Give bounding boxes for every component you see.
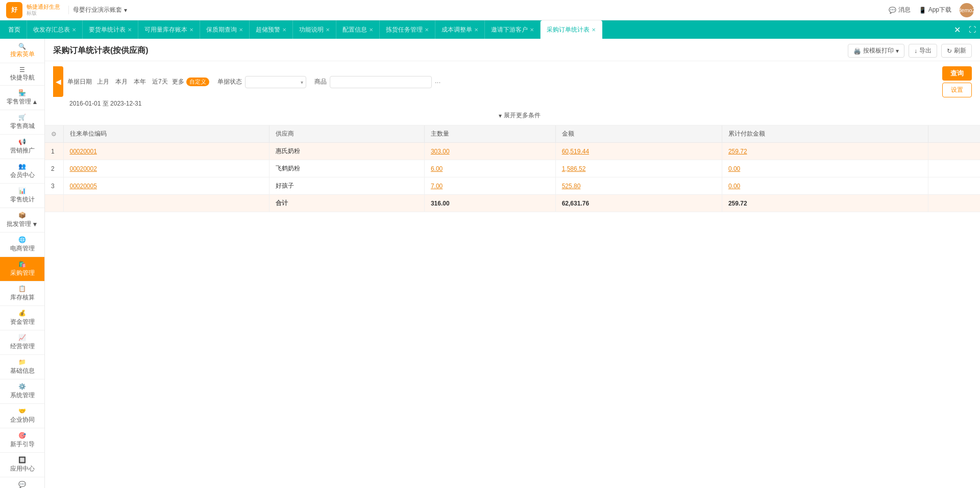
goods-filter-group: 商品 ···	[314, 76, 441, 88]
date-option-more[interactable]: 更多	[172, 78, 184, 86]
row-amount: 60,519.44	[555, 143, 722, 160]
goods-label: 商品	[314, 78, 327, 86]
tab-purchase-stats[interactable]: 采购订单统计表 ✕	[541, 20, 602, 39]
close-icon[interactable]: ✕	[128, 27, 132, 33]
export-btn[interactable]: ↓ 导出	[909, 44, 937, 58]
guide-icon: 🎯	[18, 432, 26, 439]
page-title: 采购订单统计表(按供应商)	[53, 45, 149, 56]
logo-icon: 好	[6, 2, 22, 18]
tab-overstock-warning[interactable]: 超储预警 ✕	[250, 20, 293, 39]
sidebar-item-retail-manage[interactable]: 🏪 零售管理▲	[0, 86, 44, 110]
tab-config-info[interactable]: 配置信息 ✕	[336, 20, 380, 39]
close-icon[interactable]: ✕	[530, 27, 534, 33]
app-download-btn[interactable]: 📱 App下载	[919, 6, 951, 14]
date-option-thisyear[interactable]: 本年	[132, 76, 148, 87]
sidebar-item-new-guide[interactable]: 🎯 新手引导	[0, 428, 44, 453]
query-btn[interactable]: 查询	[942, 66, 972, 81]
main-content: 采购订单统计表(按供应商) 🖨️ 按模板打印 ▾ ↓ 导出 ↻ 刷新	[45, 39, 980, 488]
page-actions: 🖨️ 按模板打印 ▾ ↓ 导出 ↻ 刷新	[848, 44, 972, 58]
table-row: 1 00020001 惠氏奶粉 303.00 60,519.44 259.72	[45, 143, 980, 160]
custom-date-badge[interactable]: 自定义	[186, 78, 209, 86]
close-icon[interactable]: ✕	[326, 27, 330, 33]
collapse-filter-btn[interactable]: ◀	[53, 66, 63, 97]
more-options-btn[interactable]: ···	[435, 78, 441, 86]
date-option-thismonth[interactable]: 本月	[113, 76, 130, 87]
message-icon: 💬	[889, 7, 896, 14]
sidebar-item-retail-shop[interactable]: 🛒 零售商城	[0, 110, 44, 135]
marketing-icon: 📢	[18, 138, 26, 145]
search-icon: 🔍	[18, 43, 26, 50]
close-icon[interactable]: ✕	[72, 27, 76, 33]
workspace-selector[interactable]: 母婴行业演示账套 ▾	[68, 6, 131, 14]
col-amount-header: 金额	[555, 125, 722, 143]
close-icon[interactable]: ✕	[592, 27, 596, 33]
sidebar-item-member-center[interactable]: 👥 会员中心	[0, 159, 44, 184]
logo-text: 畅捷通好生意 标版	[27, 4, 60, 16]
footer-empty1	[45, 195, 63, 212]
sidebar-item-marketing[interactable]: 📢 营销推广	[0, 135, 44, 159]
member-icon: 👥	[18, 163, 26, 170]
page-header: 采购订单统计表(按供应商) 🖨️ 按模板打印 ▾ ↓ 导出 ↻ 刷新	[45, 39, 980, 61]
refresh-btn[interactable]: ↻ 刷新	[941, 44, 972, 58]
sidebar-item-app-center[interactable]: 🔲 应用中心	[0, 453, 44, 477]
close-icon[interactable]: ✕	[282, 27, 286, 33]
sidebar: 🔍 搜索英单 ☰ 快捷导航 🏪 零售管理▲ 🛒 零售商城 📢 营销推广 👥 会员…	[0, 39, 45, 488]
close-icon[interactable]: ✕	[425, 27, 429, 33]
sidebar-item-retail-stats[interactable]: 📊 零售统计	[0, 184, 44, 208]
nav-tabs: 首页 收发存汇总表 ✕ 要货单统计表 ✕ 可用量库存账本 ✕ 保质期查询 ✕ 超…	[0, 20, 980, 39]
top-bar: 好 畅捷通好生意 标版 母婴行业演示账套 ▾ 💬 消息 📱 App下载 demo…	[0, 0, 980, 20]
sidebar-item-search[interactable]: 🔍 搜索英单	[0, 39, 44, 63]
home-tab-label: 首页	[8, 25, 20, 34]
sidebar-item-inventory[interactable]: 📋 库存核算	[0, 281, 44, 306]
tab-function-desc[interactable]: 功能说明 ✕	[293, 20, 336, 39]
window-expand-btn[interactable]: ⛶	[967, 25, 978, 34]
tab-home[interactable]: 首页	[2, 20, 27, 39]
date-option-7days[interactable]: 近7天	[150, 76, 170, 87]
date-option-lastmonth[interactable]: 上月	[95, 76, 111, 87]
col-quantity-header: 主数量	[424, 125, 555, 143]
tab-invite-downstream[interactable]: 邀请下游客户 ✕	[485, 20, 541, 39]
sidebar-item-quicknav[interactable]: ☰ 快捷导航	[0, 63, 44, 86]
tab-cost-adjust[interactable]: 成本调整单 ✕	[435, 20, 485, 39]
window-close-btn[interactable]: ✕	[952, 25, 963, 35]
sidebar-item-enterprise[interactable]: 🤝 企业协同	[0, 404, 44, 428]
finance-icon: 💰	[18, 310, 26, 317]
footer-empty3	[928, 195, 980, 212]
tab-order-stats[interactable]: 要货单统计表 ✕	[83, 20, 138, 39]
logo-area: 好 畅捷通好生意 标版 母婴行业演示账套 ▾	[6, 2, 131, 18]
sidebar-item-ecommerce[interactable]: 🌐 电商管理	[0, 233, 44, 257]
data-table: ⚙ 往来单位编码 供应商 主数量 金额 累计付款金额 1 00020001 惠氏…	[45, 125, 980, 212]
table-area: ⚙ 往来单位编码 供应商 主数量 金额 累计付款金额 1 00020001 惠氏…	[45, 125, 980, 488]
wechat-icon: 💬	[18, 481, 26, 488]
message-btn[interactable]: 💬 消息	[889, 6, 911, 14]
footer-paid: 259.72	[722, 195, 928, 212]
close-icon[interactable]: ✕	[189, 27, 193, 33]
settings-btn[interactable]: 设置	[942, 83, 972, 97]
column-settings-icon[interactable]: ⚙	[51, 131, 57, 138]
template-print-btn[interactable]: 🖨️ 按模板打印 ▾	[848, 44, 904, 58]
tab-pick-task[interactable]: 拣货任务管理 ✕	[380, 20, 435, 39]
tab-inventory-book[interactable]: 可用量库存账本 ✕	[138, 20, 200, 39]
chevron-down-icon: ▾	[124, 7, 127, 14]
status-select[interactable]	[245, 76, 306, 88]
sidebar-item-wholesale[interactable]: 📦 批发管理▼	[0, 208, 44, 233]
system-icon: ⚙️	[18, 383, 26, 390]
stats-icon: 📊	[18, 187, 26, 194]
row-code: 00020002	[63, 160, 270, 177]
close-icon[interactable]: ✕	[369, 27, 373, 33]
col-supplier-header: 供应商	[270, 125, 425, 143]
expand-more-btn[interactable]: ▾ 展开更多条件	[67, 108, 972, 120]
tab-shelf-life[interactable]: 保质期查询 ✕	[200, 20, 250, 39]
avatar[interactable]: demo2	[960, 3, 974, 17]
sidebar-item-system[interactable]: ⚙️ 系统管理	[0, 379, 44, 404]
sidebar-item-purchase[interactable]: 🛍️ 采购管理	[0, 257, 44, 281]
close-icon[interactable]: ✕	[239, 27, 243, 33]
goods-input[interactable]	[330, 76, 432, 88]
status-label: 单据状态	[217, 78, 242, 86]
sidebar-item-operations[interactable]: 📈 经营管理	[0, 330, 44, 355]
close-icon[interactable]: ✕	[474, 27, 478, 33]
sidebar-item-basic-info[interactable]: 📁 基础信息	[0, 355, 44, 379]
sidebar-item-wechat[interactable]: 💬 企业微信	[0, 477, 44, 488]
sidebar-item-finance[interactable]: 💰 资金管理	[0, 306, 44, 330]
tab-collection[interactable]: 收发存汇总表 ✕	[27, 20, 83, 39]
